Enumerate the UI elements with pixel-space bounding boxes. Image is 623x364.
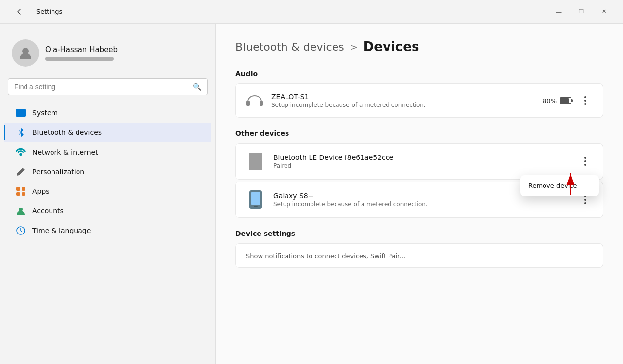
audio-section: Audio ZEALOT-S1 Setup incomplete because… bbox=[235, 70, 603, 118]
avatar bbox=[12, 39, 39, 67]
battery-percentage: 80% bbox=[543, 97, 557, 104]
bluetooth-le-device-icon bbox=[246, 152, 265, 171]
sidebar: Ola-Hassan Habeeb 🔍 System Bluetooth & d… bbox=[0, 24, 216, 364]
window-controls: — ❐ ✕ bbox=[547, 4, 615, 20]
sidebar-item-label-apps: Apps bbox=[32, 187, 50, 195]
close-button[interactable]: ✕ bbox=[593, 4, 615, 20]
apps-icon bbox=[16, 186, 26, 196]
svg-point-2 bbox=[19, 208, 23, 211]
user-status-bar bbox=[45, 57, 114, 61]
maximize-button[interactable]: ❐ bbox=[570, 4, 593, 20]
other-devices-section-title: Other devices bbox=[235, 130, 603, 137]
dot2 bbox=[584, 100, 586, 102]
bluetooth-le-device-status: Paired bbox=[273, 162, 570, 169]
search-input[interactable] bbox=[14, 83, 189, 91]
remove-device-menu-item[interactable]: Remove device bbox=[520, 177, 599, 194]
sidebar-item-time[interactable]: Time & language bbox=[4, 221, 211, 240]
dot3 bbox=[584, 164, 586, 166]
breadcrumb: Bluetooth & devices > Devices bbox=[235, 39, 603, 54]
zealot-more-button[interactable] bbox=[577, 93, 593, 108]
galaxy-s8-device-icon bbox=[246, 190, 265, 209]
device-settings-title: Device settings bbox=[235, 230, 603, 237]
sidebar-item-apps[interactable]: Apps bbox=[4, 182, 211, 201]
other-devices-section: Other devices Bluetooth LE Device f8e61a… bbox=[235, 130, 603, 218]
bluetooth-le-device-info: Bluetooth LE Device f8e61ae52cce Paired bbox=[273, 154, 570, 169]
device-settings-section: Device settings Show notifications to co… bbox=[235, 230, 603, 268]
dot2 bbox=[584, 160, 586, 162]
bluetooth-le-device-name: Bluetooth LE Device f8e61ae52cce bbox=[273, 154, 570, 161]
sidebar-item-label-personalization: Personalization bbox=[32, 168, 84, 176]
back-button[interactable] bbox=[8, 4, 30, 20]
svg-rect-4 bbox=[246, 101, 250, 106]
dot3 bbox=[584, 103, 586, 105]
bluetooth-le-device-right bbox=[577, 154, 593, 169]
audio-section-title: Audio bbox=[235, 70, 603, 78]
sidebar-item-bluetooth[interactable]: Bluetooth & devices bbox=[4, 123, 211, 142]
zealot-device-right: 80% bbox=[543, 93, 593, 108]
sidebar-item-label-system: System bbox=[32, 109, 58, 117]
zealot-device-card: ZEALOT-S1 Setup incomplete because of a … bbox=[235, 83, 603, 118]
bluetooth-le-device-card: Bluetooth LE Device f8e61ae52cce Paired … bbox=[235, 143, 603, 180]
zealot-device-info: ZEALOT-S1 Setup incomplete because of a … bbox=[271, 93, 535, 108]
titlebar-left: Settings bbox=[8, 4, 62, 20]
context-menu: Remove device bbox=[520, 175, 599, 196]
device-settings-hint: Show notifications to connect devices, S… bbox=[246, 252, 406, 260]
user-name: Ola-Hassan Habeeb bbox=[45, 45, 118, 54]
headphones-device-icon bbox=[246, 92, 263, 109]
breadcrumb-parent[interactable]: Bluetooth & devices bbox=[235, 41, 344, 53]
network-icon bbox=[16, 147, 26, 157]
dot3 bbox=[584, 202, 586, 204]
user-info: Ola-Hassan Habeeb bbox=[45, 45, 118, 61]
dot1 bbox=[584, 157, 586, 159]
pen-icon bbox=[16, 167, 26, 177]
minimize-button[interactable]: — bbox=[547, 4, 570, 20]
sidebar-item-network[interactable]: Network & internet bbox=[4, 142, 211, 162]
app-container: Ola-Hassan Habeeb 🔍 System Bluetooth & d… bbox=[0, 24, 623, 364]
bluetooth-icon bbox=[16, 128, 26, 137]
sidebar-item-label-bluetooth: Bluetooth & devices bbox=[32, 129, 102, 136]
sidebar-item-label-accounts: Accounts bbox=[32, 207, 64, 215]
bluetooth-le-more-button[interactable] bbox=[577, 154, 593, 169]
zealot-device-name: ZEALOT-S1 bbox=[271, 93, 535, 101]
search-icon: 🔍 bbox=[193, 83, 201, 91]
sidebar-item-system[interactable]: System bbox=[4, 103, 211, 123]
svg-rect-5 bbox=[260, 101, 263, 106]
app-title: Settings bbox=[36, 8, 62, 15]
search-box[interactable]: 🔍 bbox=[8, 78, 208, 95]
battery-icon bbox=[560, 97, 571, 104]
breadcrumb-separator: > bbox=[350, 42, 358, 52]
sidebar-item-personalization[interactable]: Personalization bbox=[4, 162, 211, 182]
zealot-device-status: Setup incomplete because of a metered co… bbox=[271, 102, 535, 108]
sidebar-item-label-time: Time & language bbox=[32, 227, 91, 234]
sidebar-item-accounts[interactable]: Accounts bbox=[4, 201, 211, 221]
system-icon bbox=[16, 108, 26, 118]
galaxy-s8-device-status: Setup incomplete because of a metered co… bbox=[273, 201, 570, 208]
main-content: Bluetooth & devices > Devices Audio ZEAL… bbox=[216, 24, 623, 364]
time-icon bbox=[16, 226, 26, 235]
battery-indicator: 80% bbox=[543, 97, 571, 104]
dot2 bbox=[584, 199, 586, 201]
accounts-icon bbox=[16, 206, 26, 216]
titlebar: Settings — ❐ ✕ bbox=[0, 0, 623, 24]
dot1 bbox=[584, 96, 586, 98]
svg-point-1 bbox=[19, 153, 22, 156]
user-section: Ola-Hassan Habeeb bbox=[0, 31, 215, 78]
breadcrumb-current: Devices bbox=[363, 39, 419, 54]
sidebar-item-label-network: Network & internet bbox=[32, 148, 98, 156]
device-settings-card: Show notifications to connect devices, S… bbox=[235, 243, 603, 268]
